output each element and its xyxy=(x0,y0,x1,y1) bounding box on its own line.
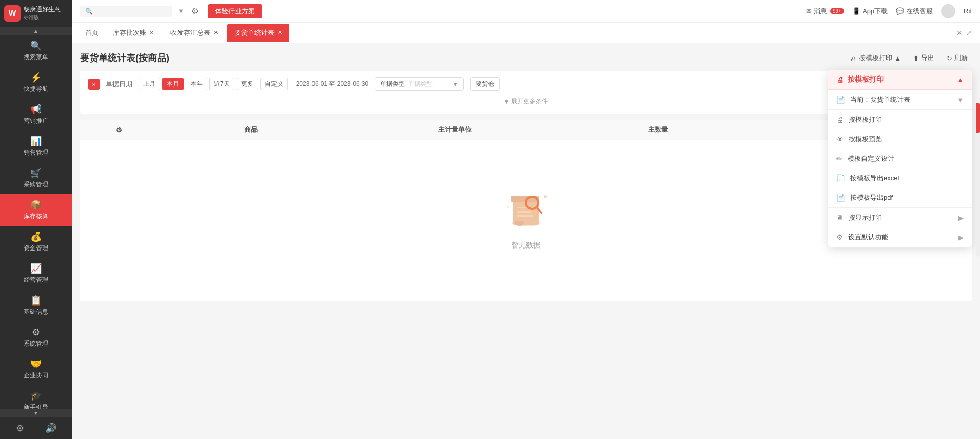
sidebar-item-search[interactable]: 🔍 搜索菜单 xyxy=(0,35,72,67)
tabs-bar: 首页 库存批次账 ✕ 收发存汇总表 ✕ 要货单统计表 ✕ ✕ ⤢ xyxy=(72,23,980,43)
sidebar-item-operations[interactable]: 📈 经营管理 xyxy=(0,258,72,290)
template-icon: 📄 xyxy=(836,96,845,104)
download-icon: 📱 xyxy=(852,7,860,15)
page-title: 要货单统计表(按商品) xyxy=(80,52,169,64)
current-template-label: 当前：要货单统计表 xyxy=(850,95,910,104)
preview-icon: 👁 xyxy=(836,135,844,143)
dropdown-close-arrow[interactable]: ▲ xyxy=(957,76,964,84)
page-actions: 🖨 按模板打印 ▲ ⬆ 导出 ↻ 刷新 🖨 xyxy=(846,51,972,65)
tab-inventory-batch[interactable]: 库存批次账 ✕ xyxy=(106,24,161,42)
dropdown-header-left: 🖨 按模板打印 xyxy=(836,75,884,84)
date-custom-btn[interactable]: 自定义 xyxy=(260,78,288,90)
topbar-settings-icon[interactable]: ⚙ xyxy=(191,6,199,16)
sidebar-item-cooperation[interactable]: 🤝 企业协同 xyxy=(0,353,72,385)
online-service-button[interactable]: 💬 在线客服 xyxy=(896,7,933,16)
tab-label: 要货单统计表 xyxy=(234,28,275,37)
warehouse-filter[interactable]: 要货仓 xyxy=(470,77,500,91)
template-export-pdf-item[interactable]: 📄 按模板导出pdf xyxy=(828,188,972,207)
tab-label: 库存批次账 xyxy=(113,28,146,37)
date-filter-label: 单据日期 xyxy=(106,80,132,89)
date-prev-month-btn[interactable]: 上月 xyxy=(139,78,160,90)
tab-home[interactable]: 首页 xyxy=(80,25,104,41)
export-icon: ⬆ xyxy=(913,54,919,62)
empty-illustration xyxy=(500,181,552,233)
user-name[interactable]: Rit xyxy=(964,7,972,15)
sidebar-item-inventory[interactable]: 📦 库存核算 xyxy=(0,194,72,226)
sidebar-item-label: 企业协同 xyxy=(24,371,48,380)
date-7days-btn[interactable]: 近7天 xyxy=(209,78,234,90)
export-label: 导出 xyxy=(921,53,934,63)
template-custom-item[interactable]: ✏ 模板自定义设计 xyxy=(828,149,972,168)
date-current-month-btn[interactable]: 本月 xyxy=(162,78,184,90)
refresh-button[interactable]: ↻ 刷新 xyxy=(943,51,972,65)
sidebar-item-label: 新手引导 xyxy=(24,403,48,409)
date-range-display: 2023-06-01 至 2023-06-30 xyxy=(296,80,368,88)
th-settings[interactable]: ⚙ xyxy=(88,126,149,134)
app-download-button[interactable]: 📱 App下载 xyxy=(852,7,888,16)
svg-rect-5 xyxy=(517,215,533,217)
date-more-btn[interactable]: 更多 xyxy=(237,78,258,90)
sidebar-item-quick-nav[interactable]: ⚡ 快捷导航 xyxy=(0,67,72,99)
messages-button[interactable]: ✉ 消息 99+ xyxy=(806,7,844,16)
finance-icon: 💰 xyxy=(30,231,42,242)
messages-badge: 99+ xyxy=(830,8,844,14)
industry-solution-button[interactable]: 体验行业方案 xyxy=(208,4,262,18)
sidebar-item-beginner[interactable]: 🎓 新手引导 xyxy=(0,385,72,409)
sidebar-item-label: 搜索菜单 xyxy=(24,53,48,62)
window-close-icon[interactable]: ✕ xyxy=(956,29,963,37)
search-icon: 🔍 xyxy=(30,40,42,51)
template-print-item[interactable]: 🖨 按模板打印 xyxy=(828,110,972,129)
scrollbar[interactable] xyxy=(976,103,980,257)
display-print-item[interactable]: 🖥 按显示打印 ▶ xyxy=(828,208,972,227)
purchase-icon: 🛒 xyxy=(30,167,42,179)
window-maximize-icon[interactable]: ⤢ xyxy=(966,29,972,37)
select-arrow-icon: ▼ xyxy=(452,81,458,88)
sidebar: W 畅康通好生意 标准版 ▲ 🔍 搜索菜单 ⚡ 快捷导航 📢 营销推广 📊 销售… xyxy=(0,0,72,439)
topbar-search[interactable]: 🔍 xyxy=(80,6,172,17)
sidebar-item-sales[interactable]: 📊 销售管理 xyxy=(0,130,72,162)
refresh-icon: ↻ xyxy=(947,54,952,62)
settings-icon[interactable]: ⚙ xyxy=(16,423,24,434)
dropdown-arrow[interactable]: ▼ xyxy=(178,7,184,15)
main-content: 🔍 ▼ ⚙ 体验行业方案 ✉ 消息 99+ 📱 App下载 💬 在线客服 xyxy=(72,0,980,439)
tab-order-summary[interactable]: 要货单统计表 ✕ xyxy=(227,24,289,42)
sidebar-scroll-up[interactable]: ▲ xyxy=(0,27,72,35)
template-preview-item[interactable]: 👁 按模板预览 xyxy=(828,129,972,149)
refresh-label: 刷新 xyxy=(954,53,968,63)
tab-close-icon[interactable]: ✕ xyxy=(213,29,218,36)
sidebar-item-basic[interactable]: 📋 基础信息 xyxy=(0,290,72,321)
default-func-item[interactable]: ⚙ 设置默认功能 ▶ xyxy=(828,227,972,247)
scrollbar-thumb xyxy=(976,103,980,133)
current-template-item[interactable]: 📄 当前：要货单统计表 ▼ xyxy=(828,90,972,109)
sidebar-bottom: ⚙ 🔊 xyxy=(0,417,72,439)
empty-text: 暂无数据 xyxy=(512,241,540,250)
expand-icon[interactable]: » xyxy=(88,79,100,90)
marketing-icon: 📢 xyxy=(30,104,42,115)
sidebar-item-marketing[interactable]: 📢 营销推广 xyxy=(0,99,72,130)
sidebar-item-finance[interactable]: 💰 资金管理 xyxy=(0,226,72,258)
order-type-select[interactable]: 单据类型 单据类型 ▼ xyxy=(375,77,464,91)
user-avatar[interactable] xyxy=(941,4,955,18)
sidebar-item-label: 销售管理 xyxy=(24,148,48,157)
tab-close-icon[interactable]: ✕ xyxy=(278,29,282,36)
date-current-year-btn[interactable]: 本年 xyxy=(186,78,207,90)
sidebar-item-label: 营销推广 xyxy=(24,117,48,125)
template-export-excel-item[interactable]: 📄 按模板导出excel xyxy=(828,168,972,188)
operations-icon: 📈 xyxy=(30,263,42,274)
sidebar-nav: 🔍 搜索菜单 ⚡ 快捷导航 📢 营销推广 📊 销售管理 🛒 采购管理 📦 库存核… xyxy=(0,35,72,409)
export-button[interactable]: ⬆ 导出 xyxy=(909,51,938,65)
app-name: 畅康通好生意 xyxy=(24,6,61,14)
sidebar-item-system[interactable]: ⚙ 系统管理 xyxy=(0,321,72,353)
svg-point-10 xyxy=(507,206,509,208)
chevron-down-icon: ▼ xyxy=(957,96,964,104)
speaker-icon[interactable]: 🔊 xyxy=(45,423,56,434)
tab-close-icon[interactable]: ✕ xyxy=(149,29,154,36)
print-button[interactable]: 🖨 按模板打印 ▲ xyxy=(846,51,905,65)
sidebar-item-label: 基础信息 xyxy=(24,308,48,316)
sidebar-item-purchase[interactable]: 🛒 采购管理 xyxy=(0,162,72,194)
display-print-icon: 🖥 xyxy=(836,214,844,222)
pdf-icon: 📄 xyxy=(836,194,845,202)
dropdown-header: 🖨 按模板打印 ▲ xyxy=(828,70,972,90)
sidebar-scroll-down[interactable]: ▼ xyxy=(0,409,72,417)
tab-receivable-summary[interactable]: 收发存汇总表 ✕ xyxy=(163,24,225,42)
